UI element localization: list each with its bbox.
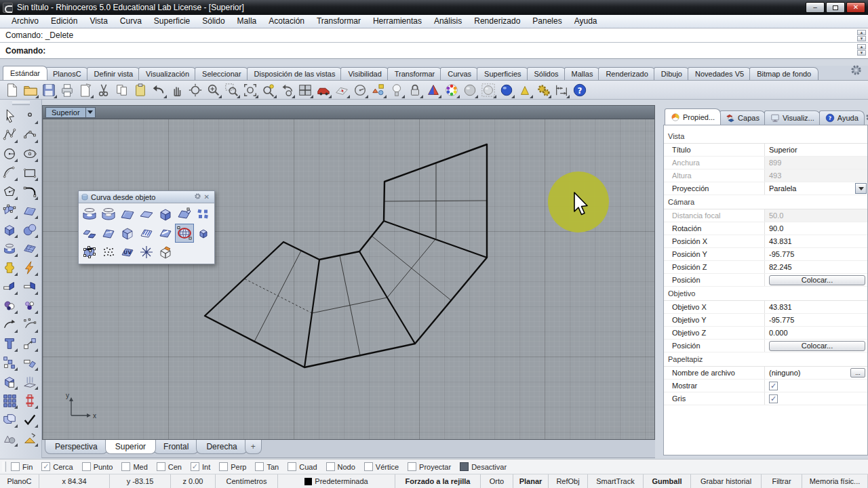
open-file-icon[interactable]	[22, 82, 39, 98]
array-linear-icon[interactable]	[22, 392, 38, 409]
status-z-0-00[interactable]: z 0.00	[171, 474, 216, 488]
rendered-viewport-icon[interactable]	[498, 82, 515, 98]
menu-paneles[interactable]: Paneles	[526, 15, 568, 28]
dimension-icon[interactable]	[553, 82, 570, 98]
rectangle-icon[interactable]	[22, 165, 38, 181]
pull-curve-icon[interactable]	[99, 205, 118, 224]
floating-toolbar-curva-desde-objeto[interactable]: Curva desde objeto ✕ UV	[78, 190, 215, 264]
checkbox[interactable]: ✓	[769, 394, 778, 403]
property-value[interactable]: 899	[769, 159, 781, 167]
surface-offset-icon[interactable]	[1, 411, 18, 428]
viewport-tab-frontal[interactable]: Frontal	[153, 440, 199, 454]
floating-toolbar-close-icon[interactable]: ✕	[201, 193, 212, 201]
property-value[interactable]: -95.775	[769, 250, 794, 258]
osnap-int[interactable]: ✓Int	[191, 462, 210, 471]
named-views-icon[interactable]	[315, 82, 332, 98]
duplicate-edge-icon[interactable]	[137, 205, 156, 224]
panel-gear-icon[interactable]	[863, 108, 868, 125]
zoom-selected-icon[interactable]	[260, 82, 277, 98]
rotate-shear-icon[interactable]	[22, 354, 38, 371]
property-value[interactable]: Superior	[769, 146, 797, 154]
copy-objects-icon[interactable]	[1, 354, 18, 371]
toolbar-tab[interactable]: Curvas	[440, 67, 479, 80]
object-lamp-icon[interactable]	[389, 82, 405, 98]
duplicate-border-icon[interactable]	[118, 205, 137, 224]
shade-cone-icon[interactable]	[22, 430, 38, 447]
document-options-icon[interactable]	[535, 82, 551, 98]
help-icon[interactable]: ?	[572, 82, 588, 98]
property-value[interactable]: 0.000	[769, 329, 788, 337]
status-planar[interactable]: Planar	[513, 474, 549, 488]
extend-curve-icon[interactable]	[1, 317, 18, 333]
create-uv-curves-icon[interactable]: UV	[118, 243, 137, 262]
surface-from-points-icon[interactable]	[1, 203, 18, 219]
osnap-med[interactable]: Med	[121, 462, 147, 471]
property-value[interactable]: 493	[769, 171, 781, 180]
ghosted-viewport-icon[interactable]	[480, 82, 496, 98]
menu-edición[interactable]: Edición	[45, 15, 83, 28]
sketch-on-surface-icon[interactable]	[156, 243, 175, 262]
new-file-icon[interactable]	[4, 82, 20, 98]
select-pointer-icon[interactable]	[1, 108, 18, 124]
solid-tools-icon[interactable]	[1, 373, 18, 390]
menu-sólido[interactable]: Sólido	[196, 15, 231, 28]
colocar-button[interactable]: Colocar...	[769, 275, 865, 285]
fillet-curve-icon[interactable]	[22, 184, 38, 200]
toolbar-tab[interactable]: Dibujo	[654, 67, 690, 80]
toolbar-tab[interactable]: Estándar	[3, 66, 47, 80]
render-icon[interactable]	[425, 82, 441, 98]
trim-icon[interactable]	[1, 279, 18, 295]
toolbar-tab[interactable]: Renderizado	[598, 67, 655, 80]
toolbar-tab[interactable]: Superficies	[477, 67, 528, 80]
status-gumball[interactable]: Gumball	[644, 474, 691, 488]
property-value[interactable]: 82.245	[769, 263, 792, 271]
menu-archivo[interactable]: Archivo	[5, 15, 45, 28]
close-button[interactable]: ✕	[846, 2, 865, 13]
toolbar-tab[interactable]: Mallas	[564, 67, 601, 80]
contour-curves-icon[interactable]	[99, 224, 118, 243]
surface-from-curves-icon[interactable]	[22, 241, 38, 257]
extract-control-polygon-icon[interactable]	[80, 243, 99, 262]
extract-isocurve-icon[interactable]	[175, 224, 194, 243]
toolbar-tab[interactable]: Novedades V5	[688, 67, 751, 80]
menu-vista[interactable]: Vista	[83, 15, 113, 28]
status-refobj[interactable]: RefObj	[549, 474, 588, 488]
toolbar-tab[interactable]: Visibilidad	[340, 67, 389, 80]
menu-malla[interactable]: Malla	[231, 15, 263, 28]
paste-icon[interactable]	[132, 82, 149, 98]
osnap-proyectar[interactable]: Proyectar	[408, 462, 451, 471]
zoom-window-icon[interactable]	[224, 82, 240, 98]
panel-tab-propied[interactable]: Propied...	[665, 108, 721, 125]
zoom-extents-icon[interactable]	[242, 82, 258, 98]
text-object-icon[interactable]	[1, 336, 18, 352]
menu-acotación[interactable]: Acotación	[262, 15, 311, 28]
viewport-tab-superior[interactable]: Superior	[105, 440, 156, 454]
pan-view-icon[interactable]	[169, 82, 185, 98]
hide-objects-icon[interactable]	[370, 82, 387, 98]
extrude-icon[interactable]	[22, 373, 38, 390]
silhouette-icon[interactable]	[118, 224, 137, 243]
array-icon[interactable]	[1, 392, 18, 409]
restore-button[interactable]	[826, 2, 845, 13]
toolbar-tab[interactable]: Definir vista	[87, 67, 140, 80]
status-cent-metros[interactable]: Centímetros	[216, 474, 278, 488]
viewport-superior[interactable]: Superior y x	[42, 105, 655, 440]
intersect-surfaces-icon[interactable]	[80, 224, 99, 243]
panel-tab-ayuda[interactable]: ?Ayuda	[819, 110, 865, 125]
extract-surface-icon[interactable]	[194, 224, 213, 243]
panel-tab-capas[interactable]: Capas	[719, 110, 766, 125]
extract-points-icon[interactable]	[99, 243, 118, 262]
status-grabar-historial[interactable]: Grabar historial	[691, 474, 762, 488]
section-curves-icon[interactable]	[137, 224, 156, 243]
duplicate-face-border-icon[interactable]	[156, 205, 175, 224]
circle-icon[interactable]	[1, 146, 18, 162]
status-forzado-a-la-rejilla[interactable]: Forzado a la rejilla	[395, 474, 481, 488]
osnap-perp[interactable]: Perp	[219, 462, 246, 471]
shaded-viewport-icon[interactable]	[462, 82, 478, 98]
control-point-curve-icon[interactable]	[1, 127, 18, 143]
property-value[interactable]: 43.831	[769, 303, 792, 311]
curve-interpolate-icon[interactable]	[22, 127, 38, 143]
lock-objects-icon[interactable]	[407, 82, 423, 98]
isocurve-direction-icon[interactable]	[156, 224, 175, 243]
checkbox[interactable]: ✓	[769, 382, 778, 390]
